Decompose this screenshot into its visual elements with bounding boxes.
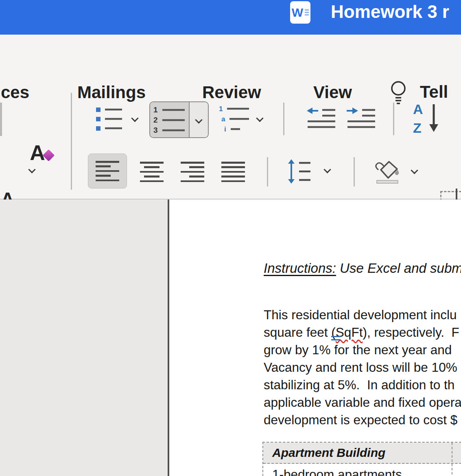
document-lines-glyph (305, 9, 309, 15)
group-divider (0, 103, 2, 136)
sort-button[interactable]: A Z (412, 100, 441, 137)
table-header-cell[interactable]: Apartment Building (263, 443, 461, 464)
group-divider (71, 93, 72, 190)
document-page[interactable]: Instructions: Use Excel and submit This … (169, 200, 461, 476)
svg-text:2: 2 (153, 116, 158, 124)
group-divider (393, 103, 394, 135)
line-spacing-dropdown[interactable] (325, 167, 334, 176)
align-center-icon (140, 162, 164, 182)
tab-references-partial[interactable]: ces (1, 83, 29, 102)
svg-text:a: a (221, 115, 225, 123)
line-spacing-icon (287, 159, 312, 184)
chevron-down-icon (131, 114, 138, 122)
paragraph-line[interactable]: development is expected to cost $ (264, 411, 461, 429)
word-logo-letter: W (292, 7, 303, 19)
align-right-button[interactable] (178, 160, 207, 183)
sort-az-icon: A Z (413, 101, 440, 136)
line-spacing-button[interactable] (286, 158, 313, 185)
shading-button[interactable] (371, 157, 404, 184)
lightbulb-icon (389, 79, 408, 105)
svg-text:3: 3 (153, 126, 158, 134)
svg-text:1: 1 (219, 105, 223, 113)
align-left-button[interactable] (88, 154, 127, 189)
clear-formatting-button[interactable]: A (20, 136, 55, 169)
instructions-text: Use Excel and submit (336, 261, 461, 276)
paragraph-line[interactable]: This residential development inclu (264, 306, 461, 324)
table-column-divider (452, 443, 452, 476)
table-row-cell[interactable]: 1-bedroom apartments (263, 464, 461, 476)
svg-text:A: A (413, 101, 423, 117)
chevron-down-icon (195, 116, 202, 123)
numbered-list-icon: 1 2 3 (152, 105, 187, 134)
paint-bucket-icon (372, 158, 403, 184)
shading-dropdown[interactable] (412, 167, 422, 177)
chevron-down-icon (28, 166, 35, 173)
bullet-list-button[interactable] (94, 105, 125, 134)
apartment-table: Apartment Building 1-bedroom apartments (262, 442, 461, 476)
group-divider (283, 103, 284, 135)
tell-me-label: Tell (420, 82, 448, 102)
justify-icon (221, 162, 245, 182)
justify-button[interactable] (219, 160, 247, 183)
chevron-down-icon (256, 114, 263, 122)
numbered-list-split-button: 1 2 3 (149, 101, 209, 138)
increase-indent-icon (346, 107, 377, 130)
chevron-down-icon (323, 166, 331, 173)
ribbon: ces Mailings Review View Tell A (0, 35, 461, 200)
window-title: Homework 3 r (331, 0, 449, 24)
group-divider (354, 157, 355, 186)
align-center-button[interactable] (138, 160, 166, 183)
align-right-icon (181, 162, 204, 182)
window-titlebar: W Homework 3 r (0, 0, 461, 35)
paragraph-line[interactable]: square feet (SqFt), respectively. F (264, 324, 461, 341)
tab-view[interactable]: View (313, 83, 352, 102)
multilevel-list-button[interactable]: 1 a i (217, 104, 253, 133)
body-paragraph: This residential development inclu squar… (264, 306, 461, 429)
decrease-indent-icon (306, 107, 337, 130)
paragraph-line[interactable]: grow by 1% for the next year and (264, 341, 461, 359)
document-canvas: Instructions: Use Excel and submit This … (0, 200, 461, 476)
clear-formatting-letter: A (30, 140, 45, 165)
word-document-icon: W (290, 1, 310, 24)
group-divider (267, 157, 268, 186)
numbered-list-dropdown[interactable] (189, 102, 208, 137)
bullet-list-icon (95, 106, 124, 132)
paragraph-line[interactable]: Vacancy and rent loss will be 10% (264, 359, 461, 376)
instructions-heading: Instructions: (264, 261, 336, 276)
bullet-list-dropdown[interactable] (132, 115, 142, 125)
tab-review[interactable]: Review (202, 83, 261, 102)
paragraph-line[interactable]: applicable variable and fixed opera (264, 394, 461, 411)
paragraph-line[interactable]: stabilizing at 5%. In addition to th (264, 376, 461, 394)
instructions-line[interactable]: Instructions: Use Excel and submit (264, 261, 461, 276)
grammar-mark-icon (331, 336, 341, 340)
tab-mailings[interactable]: Mailings (77, 83, 146, 102)
svg-text:Z: Z (413, 120, 422, 136)
align-left-icon (96, 161, 119, 181)
multilevel-list-dropdown[interactable] (257, 115, 267, 125)
svg-text:1: 1 (153, 105, 158, 114)
decrease-indent-button[interactable] (305, 106, 338, 131)
multilevel-list-icon: 1 a i (218, 105, 252, 132)
svg-text:i: i (224, 125, 226, 132)
font-color-dropdown[interactable] (29, 167, 39, 176)
numbered-list-button[interactable]: 1 2 3 (150, 102, 189, 137)
chevron-down-icon (411, 167, 418, 174)
increase-indent-button[interactable] (345, 106, 378, 131)
